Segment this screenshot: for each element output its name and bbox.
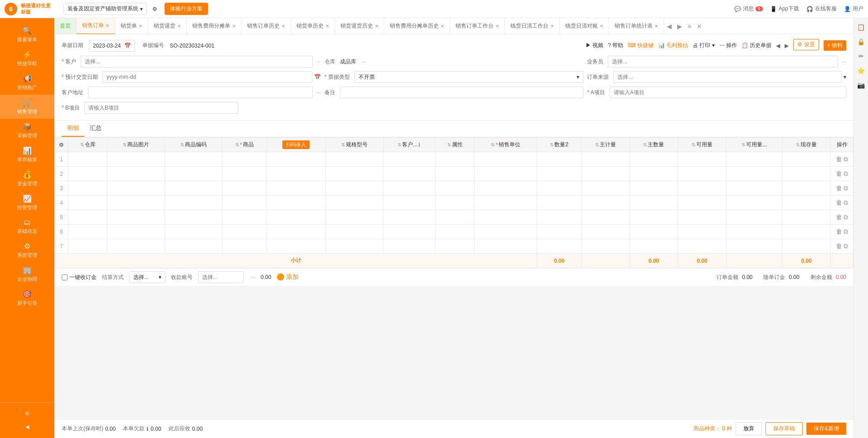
save-new-btn[interactable]: 保存&新增 <box>806 423 846 435</box>
row-delete-icon[interactable]: 🗑 <box>836 155 842 163</box>
sidebar-item-system[interactable]: ⚙ 系统管理 <box>0 238 54 262</box>
tab-close-icon[interactable]: ✕ <box>325 24 329 29</box>
tab-order-workbench[interactable]: 销售订单工作台 ✕ <box>450 18 505 34</box>
nav-prev-icon[interactable]: ◀ <box>776 43 780 49</box>
tab-sales-order[interactable]: 销售订单 ✕ <box>77 18 115 34</box>
table-scroll[interactable]: ⚙ ⇅ 仓库 ⇅ 商品图片 ⇅ 商品编码 ⇅ *商品 扫码录入 ⇅ 规格型号 ⇅… <box>54 137 853 268</box>
ops-btn[interactable]: ⋯ 操作 <box>719 42 737 49</box>
address-dots[interactable]: ··· <box>316 89 321 96</box>
method-select[interactable]: 选择... ▾ <box>129 271 165 283</box>
right-panel-clipboard-icon[interactable]: 📋 <box>856 22 867 33</box>
system-selector[interactable]: 装备及固定资产辅助管理系统 ▾ <box>63 3 147 15</box>
a-project-input[interactable] <box>610 87 846 98</box>
right-panel-camera-icon[interactable]: 📷 <box>856 80 867 91</box>
settings-gear-icon[interactable]: ⚙ <box>149 4 161 14</box>
tab-close-icon[interactable]: ✕ <box>139 24 142 29</box>
row-copy-icon[interactable]: ⧉ <box>844 170 848 177</box>
video-btn[interactable]: ▶ 视频 <box>586 42 603 49</box>
row-delete-icon[interactable]: 🗑 <box>836 199 842 206</box>
customer-dots[interactable]: ··· <box>316 58 321 65</box>
tab-close-icon[interactable]: ✕ <box>177 24 181 29</box>
sidebar-item-base[interactable]: 🗂 基础信息 <box>0 215 54 238</box>
sidebar-item-ops[interactable]: 📈 经营管理 <box>0 191 54 215</box>
row-copy-icon[interactable]: ⧉ <box>844 228 848 235</box>
b-project-input[interactable] <box>84 102 238 114</box>
help-btn[interactable]: ? 帮助 <box>608 42 623 49</box>
row-delete-icon[interactable]: 🗑 <box>836 242 842 250</box>
payment-checkbox[interactable] <box>62 274 68 280</box>
tab-fee-history[interactable]: 销售费用分摊单历史 ✕ <box>384 18 450 34</box>
order-source-input[interactable] <box>613 71 842 83</box>
tab-close-icon[interactable]: ✕ <box>495 24 499 29</box>
row-copy-icon[interactable]: ⧉ <box>844 213 848 221</box>
tab-detail[interactable]: 明细 <box>62 120 84 137</box>
date-input[interactable]: 2023-03-24 📅 <box>89 40 135 52</box>
account-dots[interactable]: ··· <box>251 274 255 280</box>
invoice-select[interactable]: 不开票 ▾ <box>354 71 584 83</box>
tab-summary[interactable]: 汇总 <box>84 120 107 137</box>
save-draft-btn[interactable]: 保存草稿 <box>766 422 803 435</box>
row-copy-icon[interactable]: ⧉ <box>844 199 848 206</box>
payment-checkbox-label[interactable]: 一键收订金 <box>62 274 97 281</box>
right-panel-star-icon[interactable]: ⭐ <box>856 65 867 76</box>
online-service-btn[interactable]: 🎧 在线客服 <box>806 5 837 13</box>
sidebar-settings[interactable]: ⚙ <box>0 407 54 420</box>
history-btn[interactable]: 📋 历史单据 <box>742 42 771 49</box>
row-delete-icon[interactable]: 🗑 <box>836 228 842 235</box>
tab-close-icon[interactable]: ✕ <box>600 24 603 29</box>
tab-close-icon[interactable]: ✕ <box>281 24 285 29</box>
sidebar-item-inventory[interactable]: 📊 库存核算 <box>0 143 54 167</box>
staff-input[interactable] <box>608 56 838 67</box>
shortcut-btn[interactable]: ⌨ 快捷键 <box>628 42 653 49</box>
tab-return-history[interactable]: 销货退货历史 ✕ <box>335 18 384 34</box>
row-delete-icon[interactable]: 🗑 <box>836 213 842 221</box>
tab-close-icon[interactable]: ✕ <box>441 24 444 29</box>
scan-btn[interactable]: 扫码录入 <box>282 140 310 149</box>
industry-btn[interactable]: 体验行业方案 <box>165 3 208 15</box>
sidebar-item-finance[interactable]: 💰 资金管理 <box>0 167 54 191</box>
sidebar-collapse[interactable]: ◀ <box>0 420 54 433</box>
row-copy-icon[interactable]: ⧉ <box>844 184 848 192</box>
row-delete-icon[interactable]: 🗑 <box>836 184 842 192</box>
sidebar-item-quicknav[interactable]: ⚡ 快捷导航 <box>0 47 54 71</box>
tab-goods-history[interactable]: 销货单历史 ✕ <box>291 18 335 34</box>
tab-daily-reconcile[interactable]: 钱货日清对账 ✕ <box>560 18 609 34</box>
tab-daily-workbench[interactable]: 钱货日清工作台 ✕ <box>505 18 560 34</box>
tab-next-btn[interactable]: ▶ <box>674 18 685 34</box>
tab-prev-btn[interactable]: ◀ <box>664 18 674 34</box>
th-gear[interactable]: ⚙ <box>55 138 68 152</box>
print-btn[interactable]: 🖨 打印 ▾ <box>693 42 715 49</box>
sidebar-item-marketing[interactable]: 📢 营销推广 <box>0 71 54 95</box>
row-copy-icon[interactable]: ⧉ <box>844 242 848 250</box>
sidebar-item-search[interactable]: 🔍 搜索菜单 <box>0 23 54 47</box>
field-settings-btn[interactable]: ⚙ 设置 <box>793 39 819 50</box>
sidebar-item-sales[interactable]: 🛒 销售管理 <box>0 95 54 119</box>
tab-home[interactable]: 首页 <box>54 18 77 34</box>
add-payment-btn[interactable]: 🟠 添加 <box>276 273 299 281</box>
user-avatar[interactable]: 👤 用户 <box>844 5 863 13</box>
profit-btn[interactable]: 📊 毛利预估 <box>658 42 688 49</box>
remark-input[interactable] <box>340 87 584 98</box>
app-download-btn[interactable]: 📱 App下载 <box>770 5 799 13</box>
account-input[interactable] <box>198 271 243 283</box>
sidebar-item-purchase[interactable]: 📦 采购管理 <box>0 119 54 143</box>
messages-btn[interactable]: 💬 消息 9 <box>734 5 763 13</box>
tab-sales-goods[interactable]: 销货单 ✕ <box>115 18 148 34</box>
warehouse-dots[interactable]: ··· <box>362 58 366 65</box>
customer-input[interactable] <box>81 56 313 67</box>
nav-next-icon[interactable]: ▶ <box>785 43 789 49</box>
tab-sales-stats[interactable]: 销售订单统计表 ✕ <box>609 18 664 34</box>
tab-list-btn[interactable]: ≡ <box>685 18 694 34</box>
row-delete-icon[interactable]: 🗑 <box>836 170 842 177</box>
tab-close-icon[interactable]: ✕ <box>375 24 378 29</box>
add-material-btn[interactable]: + 物料 <box>824 40 846 51</box>
tab-sales-return[interactable]: 销货退货 ✕ <box>148 18 187 34</box>
delivery-input[interactable] <box>102 71 312 83</box>
tab-sales-fee[interactable]: 销售费用分摊单 ✕ <box>187 18 242 34</box>
tab-close-icon[interactable]: ✕ <box>106 23 109 28</box>
tab-close-all-btn[interactable]: ✕ <box>694 18 705 34</box>
staff-dots[interactable]: ··· <box>842 58 846 65</box>
tab-close-icon[interactable]: ✕ <box>232 24 236 29</box>
sidebar-item-guide[interactable]: 🎯 新手引导 <box>0 286 54 310</box>
tab-close-icon[interactable]: ✕ <box>655 24 658 29</box>
